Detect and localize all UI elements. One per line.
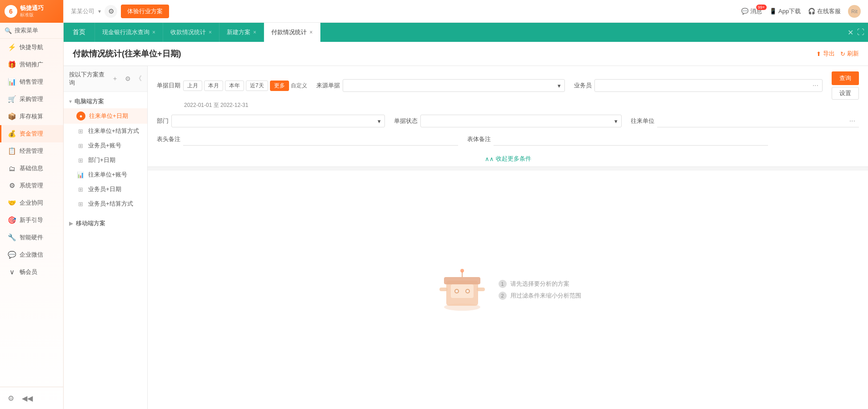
scheme-item-partner-date[interactable]: ● 往来单位+日期	[64, 108, 147, 124]
export-btn[interactable]: ⬆ 导出	[816, 50, 835, 58]
svg-rect-11	[477, 288, 485, 291]
app-download-btn[interactable]: 📱 App下载	[769, 7, 801, 15]
sidebar-item-sales[interactable]: 📊 销售管理	[0, 73, 63, 91]
search-icon: 🔍	[5, 27, 12, 34]
staff-select[interactable]: ···	[594, 79, 823, 92]
sidebar-item-operations[interactable]: 📋 经营管理	[0, 142, 63, 160]
company-dropdown-icon[interactable]: ▾	[98, 8, 101, 15]
tabbar-end: ✕ ⛶	[844, 23, 868, 42]
maximize-btn[interactable]: ⛶	[857, 28, 864, 36]
sidebar-item-marketing[interactable]: 🎁 营销推广	[0, 56, 63, 73]
svg-rect-10	[439, 288, 448, 291]
collapse-more-btn[interactable]: ∧∧ 收起更多条件	[148, 151, 868, 167]
scheme-group-mobile-title[interactable]: ▶ 移动端方案	[64, 217, 147, 230]
user-avatar[interactable]: Rit	[848, 5, 861, 18]
staff-dots: ···	[813, 81, 818, 90]
filter-body-note-item: 表体备注	[467, 133, 768, 146]
date-btn-this-month[interactable]: 本月	[204, 81, 223, 91]
operations-icon: 📋	[8, 147, 16, 155]
head-note-input[interactable]	[183, 133, 458, 146]
trial-btn[interactable]: 体验行业方案	[121, 5, 169, 18]
date-btn-this-year[interactable]: 本年	[225, 81, 244, 91]
tab-receipt-stats[interactable]: 收款情况统计 ×	[163, 23, 219, 42]
refresh-icon: ↻	[840, 50, 845, 57]
scheme-item-label: 往来单位+账号	[88, 171, 127, 179]
collapse-bar-text: ∧∧ 收起更多条件	[485, 155, 531, 163]
dept-label: 部门	[157, 117, 169, 125]
source-doc-select[interactable]: ▾	[343, 79, 565, 92]
tabbar: 首页 现金银行流水查询 × 收款情况统计 × 新建方案 × 付款情况统计 × ✕…	[64, 23, 868, 42]
sidebar-item-label: 智能硬件	[20, 233, 43, 242]
empty-content: 1 请先选择要分析的方案 2 用过滤条件来缩小分析范围	[435, 267, 581, 313]
search-menu-label: 搜索菜单	[15, 26, 38, 35]
doc-status-select[interactable]: ▾	[420, 115, 622, 127]
scheme-sidebar-collapse-btn[interactable]: 《	[135, 75, 142, 83]
collapse-sidebar-btn[interactable]: ◀◀	[21, 392, 34, 404]
scheme-item-label: 往来单位+结算方式	[88, 127, 139, 135]
tab-receipt-close[interactable]: ×	[209, 29, 212, 35]
scheme-item-staff-payment[interactable]: ⊞ 业务员+结算方式	[64, 197, 147, 211]
scheme-item-label: 业务员+账号	[88, 141, 121, 150]
sidebar-item-basic-info[interactable]: 🗂 基础信息	[0, 160, 63, 177]
date-btn-last-7[interactable]: 近7天	[246, 81, 268, 91]
dept-select[interactable]: ▾	[171, 115, 385, 127]
date-btn-last-month[interactable]: 上月	[183, 81, 202, 91]
sidebar-item-label: 营销推广	[20, 61, 43, 69]
refresh-btn[interactable]: ↻ 刷新	[840, 50, 859, 58]
sidebar-item-collab[interactable]: 🤝 企业协同	[0, 194, 63, 212]
tab-payment-close[interactable]: ×	[309, 29, 313, 35]
filter-head-note-item: 表头备注	[157, 133, 458, 146]
scheme-item-dept-date[interactable]: ⊞ 部门+日期	[64, 153, 147, 167]
scheme-item-staff-date[interactable]: ⊞ 业务员+日期	[64, 182, 147, 197]
sidebar-item-wechat[interactable]: 💬 企业微信	[0, 246, 63, 263]
sidebar-item-member[interactable]: ∨ 畅会员	[0, 263, 63, 281]
svg-point-9	[460, 269, 464, 273]
date-btn-more[interactable]: 更多	[270, 81, 289, 91]
tab-cash-flow-label: 现金银行流水查询	[102, 28, 150, 36]
table-icon-1: ⊞	[76, 127, 85, 135]
notification-area[interactable]: 💬 消息 99+	[741, 7, 762, 15]
finance-icon: 💰	[8, 130, 16, 138]
sidebar-item-purchase[interactable]: 🛒 采购管理	[0, 91, 63, 108]
filter-settings-btn[interactable]: 设置	[832, 87, 859, 100]
date-filter-label: 单据日期	[157, 81, 180, 90]
partner-select[interactable]: ···	[657, 115, 859, 127]
sidebar-item-system[interactable]: ⚙ 系统管理	[0, 177, 63, 194]
topbar-settings-btn[interactable]: ⚙	[105, 5, 117, 18]
tab-home[interactable]: 首页	[64, 23, 95, 42]
tab-new-scheme-label: 新建方案	[227, 28, 250, 36]
scheme-item-staff-account[interactable]: ⊞ 业务员+账号	[64, 138, 147, 153]
filter-staff-item: 业务员 ···	[574, 79, 823, 92]
scheme-group-arrow: ▾	[69, 98, 72, 105]
collapse-label: 收起更多条件	[496, 155, 531, 163]
topbar: 某某公司 ▾ ⚙ 体验行业方案 💬 消息 99+ 📱 App下载 🎧 在线客服 …	[64, 0, 868, 23]
tab-new-scheme[interactable]: 新建方案 ×	[219, 23, 264, 42]
sidebar-item-quick-nav[interactable]: ⚡ 快捷导航	[0, 39, 63, 56]
scheme-settings-btn[interactable]: ⚙	[123, 74, 133, 84]
member-icon: ∨	[8, 268, 16, 276]
sidebar-item-finance[interactable]: 💰 资金管理	[0, 125, 63, 142]
close-all-tabs-btn[interactable]: ✕	[848, 28, 853, 37]
sidebar-item-inventory[interactable]: 📦 库存核算	[0, 108, 63, 125]
filter-section: 单据日期 上月 本月 本年 近7天 更多 自定义	[148, 66, 868, 151]
sidebar-item-hardware[interactable]: 🔧 智能硬件	[0, 229, 63, 246]
body-note-input[interactable]	[494, 133, 768, 146]
online-service-btn[interactable]: 🎧 在线客服	[808, 7, 841, 15]
scheme-group-desktop-title[interactable]: ▾ 电脑端方案	[64, 95, 147, 108]
settings-footer-btn[interactable]: ⚙	[5, 392, 17, 404]
add-scheme-btn[interactable]: ＋	[110, 74, 120, 84]
tab-payment-stats[interactable]: 付款情况统计 ×	[264, 23, 320, 42]
search-menu[interactable]: 🔍 搜索菜单	[0, 23, 63, 39]
notification-icon: 💬	[741, 8, 748, 15]
query-btn[interactable]: 查询	[832, 71, 859, 85]
topbar-right: 💬 消息 99+ 📱 App下载 🎧 在线客服 Rit	[741, 5, 861, 18]
quick-nav-icon: ⚡	[8, 43, 16, 51]
scheme-item-partner-account[interactable]: 📊 往来单位+账号	[64, 167, 147, 182]
sidebar-item-label: 企业协同	[20, 199, 43, 207]
scheme-item-partner-payment[interactable]: ⊞ 往来单位+结算方式	[64, 124, 147, 138]
sidebar-item-guide[interactable]: 🎯 新手引导	[0, 212, 63, 229]
tab-cash-flow[interactable]: 现金银行流水查询 ×	[95, 23, 163, 42]
tab-new-scheme-close[interactable]: ×	[253, 29, 256, 35]
tip-text-1: 请先选择要分析的方案	[510, 280, 569, 288]
tab-cash-flow-close[interactable]: ×	[152, 29, 155, 35]
